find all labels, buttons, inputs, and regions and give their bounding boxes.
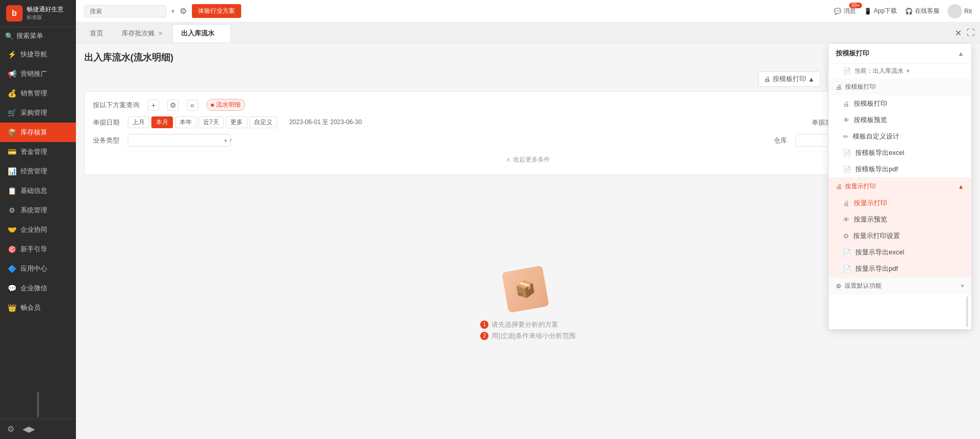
display-print-item-print[interactable]: 🖨 按显示打印 (829, 195, 971, 211)
date-btn-this-year[interactable]: 本年 (175, 116, 197, 128)
sidebar-item-finance[interactable]: 💳 资金管理 (0, 142, 76, 162)
filter-section-label: 按以下方案查询 (93, 101, 140, 110)
template-print-item-preview[interactable]: 👁 按模板预览 (829, 112, 971, 128)
page-content: 出入库流水(流水明细) 🖨 按模板打印 ▲ ↑ 导出 ↻ 刷新 查询 设置 按以… (76, 43, 980, 439)
tab-batch[interactable]: 库存批次账 ✕ (113, 24, 171, 43)
warehouse-label: 仓库 (774, 136, 787, 145)
date-btn-this-month[interactable]: 本月 (151, 116, 173, 128)
display-print-section-label: 按显示打印 (845, 182, 876, 191)
date-buttons: 上月 本月 本年 近7天 更多 自定义 (128, 116, 277, 128)
tip-number-1: 1 (480, 321, 488, 329)
tab-batch-close-icon[interactable]: ✕ (158, 30, 163, 37)
sidebar-search[interactable]: 🔍 搜索菜单 (0, 27, 76, 45)
sidebar-item-marketing[interactable]: 📢 营销推广 (0, 64, 76, 84)
operation-icon: 📊 (7, 167, 16, 175)
sidebar-item-system[interactable]: ⚙ 系统管理 (0, 201, 76, 220)
sidebar-item-wechat[interactable]: 💬 企业微信 (0, 278, 76, 298)
app-download-button[interactable]: 📱 App下载 (864, 7, 897, 15)
tab-inout[interactable]: 出入库流水 ✕ (172, 24, 231, 43)
template-pdf-item-label: 按模板导出pdf (855, 165, 898, 174)
sales-icon: 💰 (7, 89, 16, 97)
printer-display-icon: 🖨 (836, 183, 842, 190)
default-section-label: 设置默认功能 (845, 282, 881, 290)
sidebar-item-inventory[interactable]: 📦 库存核算 (0, 123, 76, 142)
user-avatar-button[interactable]: Rit (948, 4, 972, 18)
filter-flow-detail-tag: 流水明细 (206, 99, 245, 111)
display-print-item-excel[interactable]: 📄 按显示导出excel (829, 244, 971, 261)
business-type-select-wrap (128, 134, 230, 147)
business-type-label: 业务类型 (93, 136, 120, 145)
template-print-item-design[interactable]: ✏ 模板自定义设计 (829, 128, 971, 145)
sidebar-item-quick-nav[interactable]: ⚡ 快捷导航 (0, 45, 76, 64)
filter-add-button[interactable]: + (148, 99, 159, 111)
template-excel-item-label: 按模板导出excel (855, 148, 904, 157)
sidebar-item-operation[interactable]: 📊 经营管理 (0, 162, 76, 181)
print-template-button[interactable]: 🖨 按模板打印 ▲ (758, 71, 820, 87)
display-print-item-preview[interactable]: 👁 按显示预览 (829, 211, 971, 228)
empty-face-icon: 📦 (514, 277, 537, 300)
avatar (948, 4, 962, 18)
basic-icon: 📋 (7, 187, 16, 195)
chevron-down-icon: ▾ (171, 8, 174, 15)
sidebar-item-label: 采购管理 (21, 108, 47, 117)
sidebar-item-sales[interactable]: 💰 销售管理 (0, 84, 76, 103)
default-icon: ⚙ (836, 283, 841, 290)
dropdown-current-item[interactable]: 📄 当前：出入库流水 ▾ (829, 64, 971, 78)
date-btn-7days[interactable]: 近7天 (199, 116, 224, 128)
template-design-item-label: 模板自定义设计 (853, 132, 899, 141)
template-print-header[interactable]: 🖨 按模板打印 (829, 78, 971, 95)
tab-home-label: 首页 (90, 29, 103, 38)
sidebar-settings-icon[interactable]: ⚙ (7, 424, 14, 434)
filter-settings-button[interactable]: ⚙ (167, 99, 179, 111)
template-print-section: 🖨 按模板打印 🖨 按模板打印 👁 按模板预览 ✏ 模板自定义设计 (829, 78, 971, 178)
design-item-icon: ✏ (843, 133, 849, 141)
sidebar-item-basic[interactable]: 📋 基础信息 (0, 181, 76, 201)
empty-tip-2: 2 用[过滤]条件来缩小分析范围 (480, 331, 575, 341)
sidebar-item-label: 基础信息 (21, 186, 47, 195)
date-range-display: 2023-06-01 至 2023-06-30 (289, 118, 362, 127)
template-print-item-print[interactable]: 🖨 按模板打印 (829, 95, 971, 112)
tab-bar: 首页 库存批次账 ✕ 出入库流水 ✕ ✕ ⛶ (76, 23, 980, 43)
sidebar-toggle-icon[interactable]: ◀▶ (23, 424, 35, 434)
message-button[interactable]: 💬 消息 99+ (834, 7, 856, 15)
default-section-header[interactable]: ⚙ 设置默认功能 ▾ (829, 277, 971, 294)
phone-icon: 📱 (864, 8, 872, 15)
gear-icon[interactable]: ⚙ (180, 6, 187, 16)
guide-icon: 🎯 (7, 245, 16, 253)
quick-nav-icon: ⚡ (7, 50, 16, 58)
template-print-item-pdf[interactable]: 📄 按模板导出pdf (829, 161, 971, 177)
sidebar-item-guide[interactable]: 🎯 新手引导 (0, 240, 76, 259)
industry-solution-button[interactable]: 体验行业方案 (192, 4, 241, 18)
business-type-select[interactable] (128, 134, 230, 147)
print-dropdown-panel: 按模板打印 ▲ 📄 当前：出入库流水 ▾ 🖨 按模板打印 (828, 43, 972, 330)
date-btn-custom[interactable]: 自定义 (249, 116, 277, 128)
tab-close-icon[interactable]: ✕ (955, 28, 962, 37)
sidebar-item-member[interactable]: 👑 畅会员 (0, 298, 76, 317)
preview-item-icon: 👁 (843, 116, 850, 124)
marketing-icon: 📢 (7, 70, 16, 78)
display-print-item-pdf[interactable]: 📄 按显示导出pdf (829, 261, 971, 277)
sidebar-item-collab[interactable]: 🤝 企业协同 (0, 220, 76, 240)
scroll-up-icon[interactable]: ▲ (957, 50, 964, 57)
tab-expand-icon[interactable]: ⛶ (967, 28, 975, 37)
sidebar-item-apps[interactable]: 🔷 应用中心 (0, 259, 76, 278)
app-version: 标准版 (27, 14, 64, 21)
filter-collapse-button[interactable]: « (187, 99, 198, 111)
tab-inout-close-icon[interactable]: ✕ (218, 30, 222, 37)
sidebar-item-purchase[interactable]: 🛒 采购管理 (0, 103, 76, 123)
template-print-item-excel[interactable]: 📄 按模板导出excel (829, 145, 971, 161)
display-print-header[interactable]: 🖨 按显示打印 ▲ (829, 178, 971, 195)
dropdown-header-actions: ▲ (957, 50, 964, 57)
online-service-button[interactable]: 🎧 在线客服 (905, 7, 939, 15)
date-btn-more[interactable]: 更多 (226, 116, 247, 128)
app-name: 畅捷通好生意 (27, 6, 64, 14)
date-btn-last-month[interactable]: 上月 (128, 116, 149, 128)
tab-home[interactable]: 首页 (81, 24, 112, 43)
display-print-item-settings[interactable]: ⚙ 按显示打印设置 (829, 228, 971, 244)
scroll-bar (966, 296, 968, 327)
online-service-label: 在线客服 (915, 7, 939, 15)
system-icon: ⚙ (7, 206, 16, 214)
sidebar-item-label: 畅会员 (21, 303, 41, 312)
global-search-input[interactable] (84, 5, 166, 17)
headset-icon: 🎧 (905, 8, 913, 15)
